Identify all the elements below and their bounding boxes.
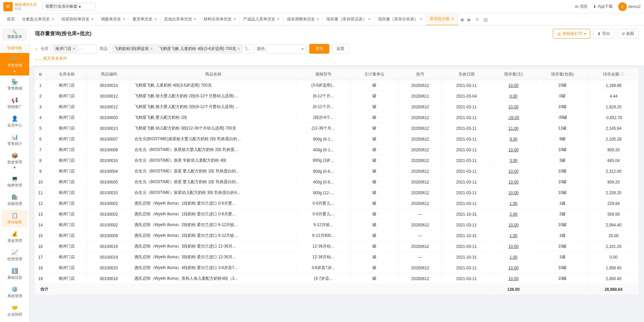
close-icon[interactable]: ✕: [91, 17, 94, 21]
close-icon[interactable]: ✕: [451, 17, 454, 21]
sidebar-item-basic-info[interactable]: ℹ️ 基础信息: [1, 265, 28, 283]
color-tag-area[interactable]: ▾: [266, 44, 307, 54]
cell-qty[interactable]: 10.00: [491, 80, 536, 91]
account-selector[interactable]: 母婴行业演示账套 ▾: [42, 3, 96, 10]
tab-1[interactable]: 分量盘点单历史 ✕: [18, 13, 58, 25]
sidebar-item-system[interactable]: ⚙️ 系统管理: [1, 283, 28, 301]
tab-5[interactable]: 其他出库单历史 ✕: [161, 13, 200, 25]
sidebar-item-ecommerce[interactable]: 💻 电商管理: [1, 173, 28, 191]
total-qty-pkg: [536, 284, 589, 295]
close-icon[interactable]: ✕: [368, 17, 371, 21]
cell-qty[interactable]: 1.00: [491, 252, 536, 263]
expand-conditions-button[interactable]: ⌄⌄ 展开更多条件: [35, 54, 639, 63]
print-button[interactable]: 🖨 按模板打印 ▾: [553, 29, 590, 39]
tab-4[interactable]: 要货单历史 ✕: [129, 13, 161, 25]
quick-nav-button[interactable]: 快捷导航: [0, 44, 29, 53]
warehouse-tag-area[interactable]: 南岸门店 ✕ ···: [50, 44, 97, 54]
close-icon[interactable]: ✕: [233, 17, 236, 21]
cell-name: 合生元（BIOSTIME）派星较大婴儿配方奶粉 2段 乳铁蛋...: [131, 145, 296, 155]
message-icon: ✉: [575, 4, 578, 9]
tab-9[interactable]: 现存量（库存状况表） ✕: [323, 13, 375, 25]
cell-qty[interactable]: 9.00: [491, 134, 536, 145]
sidebar-item-newbie[interactable]: 🎯 新手引导: [1, 320, 28, 322]
warehouse-tag-remove[interactable]: ✕: [72, 47, 75, 51]
cell-code: 00100014: [87, 80, 131, 91]
sidebar-item-marketing[interactable]: 📢 营销推广: [1, 94, 28, 112]
col-settings[interactable]: ⚙: [35, 69, 46, 80]
cell-qty[interactable]: 3.00: [491, 155, 536, 166]
query-button[interactable]: 查询: [309, 44, 329, 54]
filter-expand-button[interactable]: ›: [35, 45, 38, 53]
settings-button[interactable]: 设置: [332, 44, 349, 54]
tab-next-button[interactable]: ▶: [466, 17, 473, 22]
color-label: 颜色: [257, 46, 265, 52]
user-profile[interactable]: E demo2: [618, 2, 641, 11]
close-icon[interactable]: ✕: [154, 17, 157, 21]
cell-qty[interactable]: 1.00: [491, 230, 536, 241]
cell-qty[interactable]: 10.00: [491, 220, 536, 230]
chevron-down-icon: ▾: [79, 4, 81, 9]
sidebar-item-operations[interactable]: 📈 经营管理: [1, 247, 28, 264]
cell-qty[interactable]: 10.00: [491, 102, 536, 112]
close-icon[interactable]: ✕: [420, 17, 423, 21]
tab-6[interactable]: 材料出库单历史 ✕: [200, 13, 240, 25]
tab-11[interactable]: 库存批次账 ✕: [426, 13, 458, 25]
sidebar-item-retail-mall[interactable]: 🏪 零售商城: [1, 76, 28, 94]
cell-pkg: 0罐: [536, 91, 589, 102]
cell-spec: (3-6岁适用)...: [296, 80, 351, 91]
cell-qty[interactable]: 10.00: [491, 177, 536, 187]
sidebar-item-member[interactable]: 👤 会员中心: [1, 113, 28, 130]
tab-3[interactable]: 调拨单历史 ✕: [98, 13, 129, 25]
sidebar-item-finance[interactable]: 💰 资金管理: [1, 228, 28, 246]
table-row: 16 南岸门店 00100019 惠氏启智（Wyeth illuma）3段奶粉 …: [35, 241, 639, 252]
tab-home[interactable]: 首页: [3, 13, 18, 25]
cell-qty[interactable]: 10.00: [491, 241, 536, 252]
cell-qty[interactable]: 10.00: [491, 263, 536, 273]
cell-qty[interactable]: -39.00: [491, 112, 536, 123]
close-icon[interactable]: ✕: [316, 17, 319, 21]
tab-close-all-button[interactable]: ✕: [473, 17, 481, 22]
download-icon: ⬇: [593, 4, 596, 9]
cell-name: 惠氏启智（Wyeth illuma）3段奶粉 爱尔兰进口 12-36月...: [131, 241, 296, 252]
close-icon[interactable]: ✕: [194, 17, 197, 21]
sidebar-item-retail-mgmt[interactable]: 🛒 零售管理 ▲: [0, 53, 29, 75]
cell-code: 00100018: [87, 273, 131, 284]
app-download-button[interactable]: ⬇ App下载: [593, 4, 613, 9]
tab-prev-button[interactable]: ◀: [458, 17, 466, 22]
sidebar-item-retail-stats[interactable]: 📊 零售统计: [1, 131, 28, 149]
cell-batch: 20200612: [398, 241, 442, 252]
sidebar-item-inventory[interactable]: 📋 库存核算: [1, 210, 28, 227]
export-button[interactable]: ⬆ 导出: [593, 29, 614, 39]
tab-10[interactable]: 现存量（库存分布表） ✕: [375, 13, 426, 25]
cell-warehouse: 南岸门店: [46, 187, 87, 198]
cell-batch: —: [398, 252, 442, 263]
cell-qty[interactable]: 11.00: [491, 123, 536, 134]
goods-tag1-remove[interactable]: ✕: [150, 47, 153, 51]
cell-warehouse: 南岸门店: [46, 134, 87, 145]
tab-2[interactable]: 组装拆卸单历史 ✕: [58, 13, 98, 25]
refresh-button[interactable]: ↺ 刷新: [617, 29, 639, 39]
goods-tag-area[interactable]: 飞鹤奶粉3段两提装 ✕ 飞鹤星飞帆 儿童奶粉 4段(3-6岁适用) 700克 ✕…: [109, 44, 254, 54]
tab-8[interactable]: 成本调整单历史 ✕: [283, 13, 323, 25]
cell-code: 00100016: [87, 155, 131, 166]
cell-qty[interactable]: 10.00: [491, 273, 536, 284]
cell-qty[interactable]: 10.00: [491, 187, 536, 198]
row-number: 3: [35, 102, 46, 112]
cell-qty[interactable]: 0.00: [491, 91, 536, 102]
goods-tag2-remove[interactable]: ✕: [237, 47, 240, 51]
messages-button[interactable]: ✉ 消息: [575, 4, 588, 9]
tab-7[interactable]: 产成品入库单历史 ✕: [240, 13, 283, 25]
close-icon[interactable]: ✕: [277, 17, 280, 21]
cell-qty[interactable]: 1.00: [491, 198, 536, 209]
amount-info-icon[interactable]: ⓘ: [620, 72, 624, 76]
cell-qty[interactable]: 10.00: [491, 166, 536, 177]
tab-menu-button[interactable]: ▤: [481, 17, 490, 22]
search-menu-button[interactable]: 🔍 搜索菜单: [2, 28, 27, 41]
sidebar-item-enterprise[interactable]: 🤝 企业协同: [1, 302, 28, 320]
sidebar-item-purchase[interactable]: 🛍️ 采购管理: [1, 191, 28, 209]
close-icon[interactable]: ✕: [122, 17, 125, 21]
close-icon[interactable]: ✕: [51, 17, 54, 21]
sidebar-item-wholesale[interactable]: 📦 批发管理 ▼: [1, 150, 28, 172]
cell-qty[interactable]: 10.00: [491, 145, 536, 155]
cell-qty[interactable]: 2.00: [491, 209, 536, 220]
